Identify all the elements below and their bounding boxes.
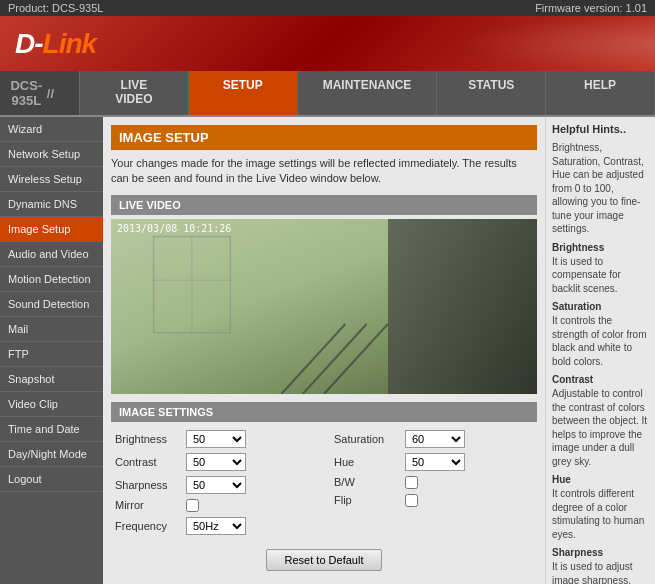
mirror-checkbox[interactable] — [186, 499, 199, 512]
model-tab: DCS-935L // — [0, 71, 80, 115]
saturation-select[interactable]: 6001020304050708090100 — [405, 430, 465, 448]
video-overlay — [111, 219, 537, 394]
flip-checkbox[interactable] — [405, 494, 418, 507]
mirror-label: Mirror — [115, 499, 180, 511]
help-brightness-title: Brightness — [552, 242, 649, 253]
sidebar-item-snapshot[interactable]: Snapshot — [0, 367, 103, 392]
reset-button-row: Reset to Default — [111, 545, 537, 575]
product-label: Product: DCS-935L — [8, 2, 103, 14]
sidebar-item-ftp[interactable]: FTP — [0, 342, 103, 367]
help-hue: Hue It controls different degree of a co… — [552, 474, 649, 541]
reset-button[interactable]: Reset to Default — [266, 549, 383, 571]
sidebar-item-day-night[interactable]: Day/Night Mode — [0, 442, 103, 467]
bw-row: B/W — [334, 476, 533, 489]
top-bar: Product: DCS-935L Firmware version: 1.01 — [0, 0, 655, 16]
mirror-row: Mirror — [115, 499, 314, 512]
tab-status[interactable]: STATUS — [437, 71, 546, 115]
video-scene — [111, 219, 537, 394]
frequency-label: Frequency — [115, 520, 180, 532]
help-brightness-text: It is used to compensate for backlit sce… — [552, 255, 649, 296]
firmware-label: Firmware version: 1.01 — [535, 2, 647, 14]
help-contrast: Contrast Adjustable to control the contr… — [552, 374, 649, 468]
settings-left: Brightness 5001020304060708090100 Contra… — [115, 430, 314, 535]
help-contrast-title: Contrast — [552, 374, 649, 385]
contrast-select[interactable]: 5001020304060708090100 — [186, 453, 246, 471]
bw-label: B/W — [334, 476, 399, 488]
flip-row: Flip — [334, 494, 533, 507]
section-title: IMAGE SETUP — [111, 125, 537, 150]
sidebar-item-motion-detection[interactable]: Motion Detection — [0, 267, 103, 292]
settings-grid: Brightness 5001020304060708090100 Contra… — [111, 430, 537, 535]
contrast-row: Contrast 5001020304060708090100 — [115, 453, 314, 471]
contrast-label: Contrast — [115, 456, 180, 468]
flip-label: Flip — [334, 494, 399, 506]
settings-right: Saturation 6001020304050708090100 Hue 50… — [334, 430, 533, 535]
help-panel: Helpful Hints.. Brightness, Saturation, … — [545, 117, 655, 584]
sidebar-item-wireless-setup[interactable]: Wireless Setup — [0, 167, 103, 192]
saturation-label: Saturation — [334, 433, 399, 445]
hue-label: Hue — [334, 456, 399, 468]
bw-checkbox[interactable] — [405, 476, 418, 489]
help-sharpness: Sharpness It is used to adjust image sha… — [552, 547, 649, 584]
header: D-Link — [0, 16, 655, 71]
help-sharpness-title: Sharpness — [552, 547, 649, 558]
brightness-select[interactable]: 5001020304060708090100 — [186, 430, 246, 448]
main-layout: Wizard Network Setup Wireless Setup Dyna… — [0, 117, 655, 584]
settings-header: IMAGE SETTINGS — [111, 402, 537, 422]
sidebar-item-audio-video[interactable]: Audio and Video — [0, 242, 103, 267]
brightness-row: Brightness 5001020304060708090100 — [115, 430, 314, 448]
sidebar-item-sound-detection[interactable]: Sound Detection — [0, 292, 103, 317]
help-intro-text: Brightness, Saturation, Contrast, Hue ca… — [552, 141, 649, 236]
sharpness-row: Sharpness 5001020304060708090100 — [115, 476, 314, 494]
sidebar-item-logout[interactable]: Logout — [0, 467, 103, 492]
help-hue-text: It controls different degree of a color … — [552, 487, 649, 541]
nav-tabs: DCS-935L // LIVE VIDEO SETUP MAINTENANCE… — [0, 71, 655, 117]
tab-maintenance[interactable]: MAINTENANCE — [298, 71, 438, 115]
sidebar: Wizard Network Setup Wireless Setup Dyna… — [0, 117, 103, 584]
content-area: IMAGE SETUP Your changes made for the im… — [103, 117, 545, 584]
hue-row: Hue 5001020304060708090100 — [334, 453, 533, 471]
help-hue-title: Hue — [552, 474, 649, 485]
sidebar-item-video-clip[interactable]: Video Clip — [0, 392, 103, 417]
sidebar-item-dynamic-dns[interactable]: Dynamic DNS — [0, 192, 103, 217]
sidebar-item-image-setup[interactable]: Image Setup — [0, 217, 103, 242]
tab-help[interactable]: HELP — [546, 71, 655, 115]
frequency-row: Frequency 50Hz60Hz — [115, 517, 314, 535]
live-video-header: LIVE VIDEO — [111, 195, 537, 215]
saturation-row: Saturation 6001020304050708090100 — [334, 430, 533, 448]
help-saturation-title: Saturation — [552, 301, 649, 312]
video-timestamp: 2013/03/08 10:21:26 — [117, 223, 231, 234]
sharpness-label: Sharpness — [115, 479, 180, 491]
video-container: 2013/03/08 10:21:26 — [111, 219, 537, 394]
logo: D-Link — [15, 28, 96, 60]
tab-live-video[interactable]: LIVE VIDEO — [80, 71, 189, 115]
sidebar-item-time-date[interactable]: Time and Date — [0, 417, 103, 442]
sidebar-item-mail[interactable]: Mail — [0, 317, 103, 342]
frequency-select[interactable]: 50Hz60Hz — [186, 517, 246, 535]
brightness-label: Brightness — [115, 433, 180, 445]
sidebar-item-wizard[interactable]: Wizard — [0, 117, 103, 142]
help-sharpness-text: It is used to adjust image sharpness. — [552, 560, 649, 584]
hue-select[interactable]: 5001020304060708090100 — [405, 453, 465, 471]
help-title: Helpful Hints.. — [552, 123, 649, 135]
sharpness-select[interactable]: 5001020304060708090100 — [186, 476, 246, 494]
info-text: Your changes made for the image settings… — [111, 156, 537, 187]
tab-setup[interactable]: SETUP — [189, 71, 298, 115]
help-saturation: Saturation It controls the strength of c… — [552, 301, 649, 368]
sidebar-item-network-setup[interactable]: Network Setup — [0, 142, 103, 167]
help-contrast-text: Adjustable to control the contrast of co… — [552, 387, 649, 468]
help-section-1: Brightness, Saturation, Contrast, Hue ca… — [552, 141, 649, 236]
help-saturation-text: It controls the strength of color from b… — [552, 314, 649, 368]
help-brightness: Brightness It is used to compensate for … — [552, 242, 649, 296]
